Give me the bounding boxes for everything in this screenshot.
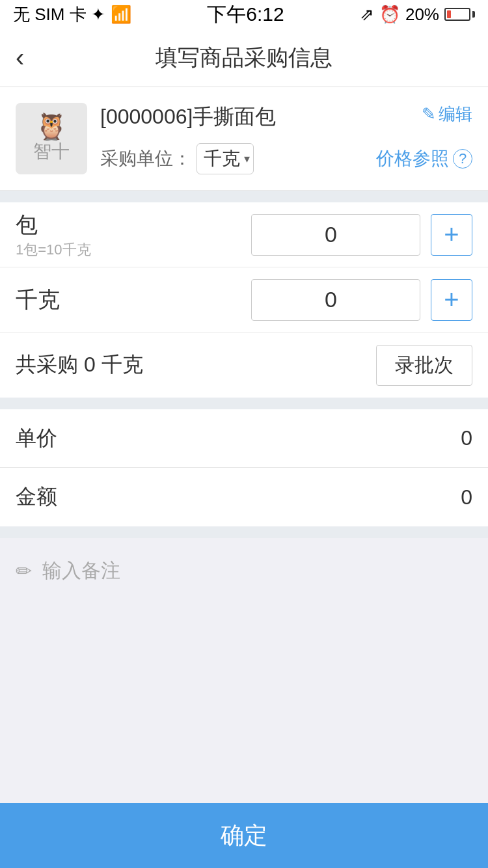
unit-selector[interactable]: 千克 — [197, 143, 254, 174]
nav-bar: ‹ 填写商品采购信息 — [0, 29, 488, 87]
product-icon: 🦉 — [35, 113, 68, 139]
kg-input-wrapper: + — [81, 279, 472, 321]
price-ref-icon: ? — [453, 149, 472, 169]
page: 无 SIM 卡 ✦ 📶 下午6:12 ⇗ ⏰ 20% ‹ 填写商品采购信息 🦉 … — [0, 0, 488, 868]
amount-label: 金额 — [16, 483, 57, 511]
remark-section[interactable]: ✏ 输入备注 — [0, 538, 488, 603]
confirm-label: 确定 — [221, 820, 267, 852]
status-left: 无 SIM 卡 ✦ 📶 — [13, 3, 131, 26]
section-divider-1 — [0, 191, 488, 202]
sim-status: 无 SIM 卡 ✦ — [13, 3, 105, 26]
bag-input-row: 包 1包=10千克 + — [0, 202, 488, 267]
summary-text: 共采购 0 千克 — [16, 351, 143, 379]
unit-label: 采购单位： — [100, 146, 191, 171]
kg-label-main: 千克 — [16, 285, 81, 315]
remark-placeholder: 输入备注 — [42, 558, 120, 584]
unit-value[interactable]: 千克 — [197, 143, 254, 174]
edit-label: 编辑 — [439, 103, 472, 126]
unit-price-value: 0 — [461, 426, 472, 450]
edit-button[interactable]: ✎ 编辑 — [422, 103, 472, 126]
unit-row: 采购单位： 千克 价格参照 ? — [100, 143, 472, 174]
kg-label: 千克 — [16, 285, 81, 315]
page-title: 填写商品采购信息 — [156, 43, 332, 73]
bag-label: 包 1包=10千克 — [16, 210, 91, 260]
price-section: 单价 0 金额 0 — [0, 409, 488, 526]
edit-icon: ✎ — [422, 104, 436, 124]
location-icon: ⇗ — [360, 5, 374, 25]
content-area — [0, 603, 488, 811]
batch-button[interactable]: 录批次 — [376, 345, 472, 386]
unit-price-row: 单价 0 — [0, 409, 488, 468]
thumbnail-label: 智十 — [33, 139, 70, 164]
bag-plus-button[interactable]: + — [431, 214, 472, 256]
product-thumbnail: 🦉 智十 — [16, 103, 87, 174]
status-bar: 无 SIM 卡 ✦ 📶 下午6:12 ⇗ ⏰ 20% — [0, 0, 488, 29]
input-section: 包 1包=10千克 + 千克 + — [0, 202, 488, 332]
status-right: ⇗ ⏰ 20% — [360, 5, 475, 25]
remark-icon: ✏ — [16, 560, 32, 582]
alarm-icon: ⏰ — [379, 5, 400, 25]
bag-input[interactable] — [251, 214, 420, 256]
kg-input-row: 千克 + — [0, 267, 488, 332]
status-time: 下午6:12 — [207, 1, 284, 28]
back-button[interactable]: ‹ — [16, 43, 24, 72]
section-divider-3 — [0, 526, 488, 538]
wifi-icon: 📶 — [111, 5, 131, 25]
confirm-bar[interactable]: 确定 — [0, 803, 488, 868]
price-ref-label: 价格参照 — [376, 146, 449, 171]
battery-indicator — [444, 8, 475, 21]
product-card: 🦉 智十 [0000006]手撕面包 ✎ 编辑 采购单位： 千克 — [0, 87, 488, 191]
kg-plus-button[interactable]: + — [431, 279, 472, 321]
bag-input-wrapper: + — [91, 214, 472, 256]
price-reference-button[interactable]: 价格参照 ? — [376, 146, 472, 171]
bag-label-sub: 1包=10千克 — [16, 240, 91, 260]
kg-input[interactable] — [251, 279, 420, 321]
amount-value: 0 — [461, 485, 472, 509]
bag-label-main: 包 — [16, 210, 91, 240]
battery-percent: 20% — [405, 5, 439, 25]
product-name: [0000006]手撕面包 — [100, 103, 276, 131]
product-header: [0000006]手撕面包 ✎ 编辑 — [100, 103, 472, 131]
unit-price-label: 单价 — [16, 424, 57, 453]
amount-row: 金额 0 — [0, 468, 488, 526]
summary-row: 共采购 0 千克 录批次 — [0, 332, 488, 398]
product-info: [0000006]手撕面包 ✎ 编辑 采购单位： 千克 价格参照 ? — [100, 103, 472, 174]
section-divider-2 — [0, 398, 488, 409]
